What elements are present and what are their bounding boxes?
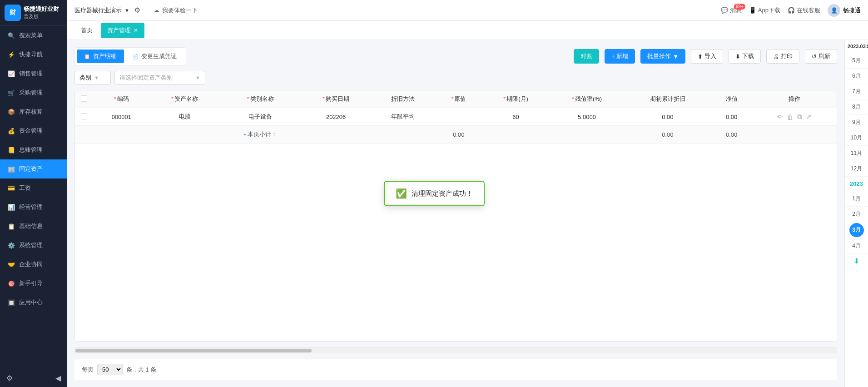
message-badge: 99+ bbox=[734, 4, 745, 10]
print-button[interactable]: 🖨 打印 bbox=[766, 49, 799, 64]
row-assetname: 电脑 bbox=[150, 108, 220, 126]
edit-icon[interactable]: ✏ bbox=[777, 113, 783, 121]
scrollbar-thumb[interactable] bbox=[75, 349, 312, 352]
settings-icon[interactable]: ⚙ bbox=[6, 374, 13, 382]
row-initaccum: 0.00 bbox=[625, 108, 711, 126]
month-aug[interactable]: 8月 bbox=[845, 99, 868, 115]
month-sep[interactable]: 9月 bbox=[845, 115, 868, 130]
category-select[interactable]: 请选择固定资产类别 ▼ bbox=[114, 71, 205, 84]
sidebar-item-sysmanage[interactable]: ⚙️ 系统管理 bbox=[0, 236, 67, 255]
sidebar-item-search[interactable]: 🔍 搜索菜单 bbox=[0, 26, 67, 45]
sidebar-item-inventory[interactable]: 📦 库存核算 bbox=[0, 102, 67, 121]
new-button[interactable]: + 新增 bbox=[605, 49, 635, 64]
import-button[interactable]: ⬆ 导入 bbox=[691, 49, 723, 64]
sidebar-item-sales[interactable]: 📈 销售管理 bbox=[0, 64, 67, 83]
sidebar-item-purchase[interactable]: 🛒 采购管理 bbox=[0, 83, 67, 102]
chevron-down-icon: ▼ bbox=[673, 53, 679, 60]
filter-left: 类别 ▼ 请选择固定资产类别 ▼ bbox=[74, 71, 205, 84]
more-icon[interactable]: ↗ bbox=[806, 113, 812, 121]
sidebar-item-fixedassets[interactable]: 🏢 固定资产 bbox=[0, 159, 67, 179]
col-checkbox bbox=[75, 90, 93, 108]
month-apr[interactable]: 4月 bbox=[845, 238, 868, 254]
action-icons: ✏ 🗑 ⧉ ↗ bbox=[758, 113, 831, 121]
subtotal-netvalue: 0.00 bbox=[710, 126, 753, 144]
month-jan[interactable]: 1月 bbox=[845, 191, 868, 207]
user-menu[interactable]: 👤 畅捷通 bbox=[828, 4, 861, 17]
sidebar-item-bizmanage[interactable]: 📊 经营管理 bbox=[0, 198, 67, 217]
month-mar[interactable]: 3月 bbox=[849, 223, 864, 238]
row-checkbox[interactable] bbox=[81, 113, 87, 119]
company-selector[interactable]: 医疗器械行业演示 ▼ bbox=[74, 6, 129, 15]
right-panel-header: 2023.03 ✕ ⤢ bbox=[845, 40, 868, 53]
month-nov[interactable]: 11月 bbox=[845, 146, 868, 161]
sidebar-item-appcenter[interactable]: 🔲 应用中心 bbox=[0, 293, 67, 312]
avatar: 👤 bbox=[828, 4, 840, 17]
down-arrow-icon[interactable]: ⬇ bbox=[845, 254, 868, 268]
subtabs: 📋 资产明细 📄 变更生成凭证 bbox=[74, 47, 186, 65]
collapse-icon[interactable]: ◀ bbox=[55, 374, 61, 382]
sidebar-item-basicinfo[interactable]: 📋 基础信息 bbox=[0, 217, 67, 236]
account-button[interactable]: 对账 bbox=[574, 49, 599, 64]
sidebar-item-guide[interactable]: 🎯 新手引导 bbox=[0, 274, 67, 293]
month-oct[interactable]: 10月 bbox=[845, 130, 868, 146]
subtotal-empty1 bbox=[75, 126, 93, 144]
sidebar-item-payroll[interactable]: 💳 工资 bbox=[0, 179, 67, 198]
category-filter[interactable]: 类别 ▼ bbox=[74, 71, 111, 84]
gear-button[interactable]: ⚙ bbox=[134, 6, 140, 15]
subtotal-originalvalue: 0.00 bbox=[435, 126, 483, 144]
chevron-down-icon: ▼ bbox=[124, 8, 129, 13]
refresh-button[interactable]: ↺ 刷新 bbox=[805, 49, 837, 64]
row-code: 000001 bbox=[93, 108, 150, 126]
month-dec[interactable]: 12月 bbox=[845, 161, 868, 177]
right-panel-months: 5月 6月 7月 8月 9月 10月 11月 12月 2023 1月 2月 3月… bbox=[845, 53, 868, 387]
subtab-assetlist[interactable]: 📋 资产明细 bbox=[77, 50, 124, 63]
page-size-select[interactable]: 50 100 200 bbox=[97, 364, 123, 375]
sidebar-item-ledger[interactable]: 📒 总账管理 bbox=[0, 140, 67, 159]
month-jul[interactable]: 7月 bbox=[845, 84, 868, 99]
batch-button[interactable]: 批量操作 ▼ bbox=[640, 49, 685, 64]
message-button[interactable]: 💬 消息 99+ bbox=[721, 6, 742, 15]
col-originalvalue: *原值 bbox=[435, 90, 483, 108]
month-may[interactable]: 5月 bbox=[845, 53, 868, 69]
col-purchasedate: *购买日期 bbox=[301, 90, 371, 108]
sidebar-item-cooperation[interactable]: 🤝 企业协同 bbox=[0, 255, 67, 274]
subtab-vouchergen[interactable]: 📄 变更生成凭证 bbox=[125, 50, 184, 63]
row-categoryname: 电子设备 bbox=[219, 108, 301, 126]
sysmanage-icon: ⚙️ bbox=[7, 241, 15, 249]
content-main: 📋 资产明细 📄 变更生成凭证 对账 + 新增 批量操作 ▼ ⬆ bbox=[67, 40, 844, 387]
app-download-button[interactable]: 📱 App下载 bbox=[749, 6, 780, 15]
month-feb[interactable]: 2月 bbox=[845, 207, 868, 222]
service-icon: 🎧 bbox=[788, 7, 795, 14]
sidebar-item-quicknav[interactable]: ⚡ 快捷导航 bbox=[0, 45, 67, 64]
tab-home[interactable]: 首页 bbox=[74, 23, 99, 38]
print-icon: 🖨 bbox=[773, 53, 779, 60]
topbar: 医疗器械行业演示 ▼ ⚙ ☁ 我要体验一下 💬 消息 99+ 📱 App下载 🎧… bbox=[67, 0, 868, 21]
year-2023: 2023 bbox=[845, 177, 868, 191]
download-button[interactable]: ⬇ 下载 bbox=[729, 49, 761, 64]
row-checkbox-cell bbox=[75, 108, 93, 126]
refresh-icon: ↺ bbox=[812, 53, 817, 60]
inventory-icon: 📦 bbox=[7, 108, 15, 116]
col-initaccum: 期初累计折旧 bbox=[625, 90, 711, 108]
close-panel-icon[interactable]: ✕ bbox=[866, 43, 868, 50]
cloud-icon: ☁ bbox=[154, 7, 159, 14]
app-center-icon: 🔲 bbox=[7, 298, 15, 307]
payroll-icon: 💳 bbox=[7, 184, 15, 192]
row-originalvalue bbox=[435, 108, 483, 126]
copy-icon[interactable]: ⧉ bbox=[797, 113, 802, 121]
subtotal-empty7 bbox=[549, 126, 625, 144]
horizontal-scrollbar[interactable] bbox=[74, 347, 837, 353]
guide-icon: 🎯 bbox=[7, 279, 15, 288]
online-service-button[interactable]: 🎧 在线客服 bbox=[788, 6, 820, 15]
content-area: 📋 资产明细 📄 变更生成凭证 对账 + 新增 批量操作 ▼ ⬆ bbox=[67, 40, 868, 387]
sidebar-item-capital[interactable]: 💰 资金管理 bbox=[0, 121, 67, 140]
tab-assets[interactable]: 资产管理 ✕ bbox=[101, 23, 144, 38]
col-code: *编码 bbox=[93, 90, 150, 108]
month-jun[interactable]: 6月 bbox=[845, 69, 868, 84]
experience-button[interactable]: ☁ 我要体验一下 bbox=[154, 6, 198, 15]
select-all-checkbox[interactable] bbox=[81, 95, 87, 102]
close-tab-icon[interactable]: ✕ bbox=[134, 27, 138, 34]
delete-icon[interactable]: 🗑 bbox=[787, 113, 794, 121]
divider bbox=[147, 6, 147, 15]
sidebar-scroll: 🔍 搜索菜单 ⚡ 快捷导航 📈 销售管理 🛒 采购管理 📦 库存核算 💰 资金管… bbox=[0, 26, 67, 369]
